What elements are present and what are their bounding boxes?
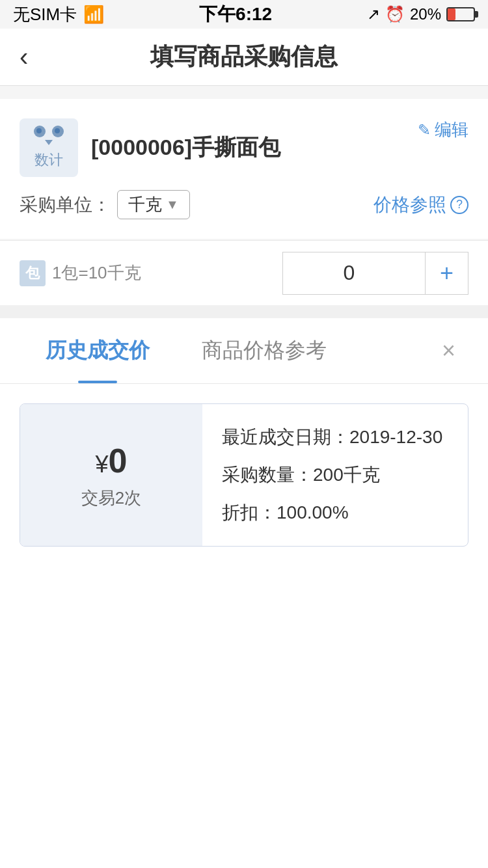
product-header: 数计 [0000006]手撕面包 ✎ 编辑 <box>20 118 468 177</box>
back-button[interactable]: ‹ <box>20 42 28 72</box>
carrier-text: 无SIM卡 <box>13 3 77 26</box>
nav-bar: ‹ 填写商品采购信息 <box>0 29 488 86</box>
price-card: ¥0 交易2次 最近成交日期：2019-12-30 采购数量：200千克 折扣：… <box>20 403 468 547</box>
wifi-icon: 📶 <box>83 5 104 25</box>
recent-date-label: 最近成交日期： <box>222 427 349 447</box>
tab-bar: 历史成交价 商品价格参考 × <box>0 318 488 384</box>
currency-symbol: ¥ <box>96 451 109 478</box>
recent-date-row: 最近成交日期：2019-12-30 <box>222 424 448 451</box>
product-thumbnail: 数计 <box>20 118 78 177</box>
product-info-left: 数计 [0000006]手撕面包 <box>20 118 280 177</box>
tab-price-ref-label: 商品价格参考 <box>202 338 327 362</box>
recent-date-value: 2019-12-30 <box>349 427 442 447</box>
unit-selector[interactable]: 千克 ▼ <box>117 190 190 219</box>
price-card-container: ¥0 交易2次 最近成交日期：2019-12-30 采购数量：200千克 折扣：… <box>0 384 488 566</box>
discount-label: 折扣： <box>222 502 277 522</box>
purchase-qty-value: 200千克 <box>313 465 380 485</box>
price-card-right: 最近成交日期：2019-12-30 采购数量：200千克 折扣：100.00% <box>202 404 468 546</box>
status-time: 下午6:12 <box>199 2 272 27</box>
info-icon: ? <box>450 196 468 214</box>
product-unit-row: 采购单位： 千克 ▼ 价格参照 ? <box>20 190 468 219</box>
tab-close-button[interactable]: × <box>429 324 468 377</box>
purchase-qty-row: 采购数量：200千克 <box>222 461 448 489</box>
price-value: 0 <box>109 442 128 480</box>
qty-unit-icon: 包 <box>20 260 46 286</box>
quantity-input-group: + <box>282 252 468 295</box>
product-card: 数计 [0000006]手撕面包 ✎ 编辑 采购单位： 千克 ▼ 价格参照 ? <box>0 99 488 239</box>
price-ref-button[interactable]: 价格参照 ? <box>373 193 468 217</box>
purchase-qty-label: 采购数量： <box>222 465 313 485</box>
discount-value: 100.00% <box>277 502 349 522</box>
status-bar: 无SIM卡 📶 下午6:12 ↗ ⏰ 20% <box>0 0 488 29</box>
unit-value: 千克 <box>128 193 162 216</box>
edit-icon: ✎ <box>418 121 431 139</box>
quantity-input[interactable] <box>282 252 426 295</box>
status-carrier: 无SIM卡 📶 <box>13 3 104 26</box>
location-icon: ↗ <box>367 5 380 23</box>
owl-eye-left <box>34 126 46 137</box>
quantity-label-group: 包 1包=10千克 <box>20 260 141 286</box>
alarm-icon: ⏰ <box>385 5 405 23</box>
trade-count: 交易2次 <box>81 487 141 509</box>
qty-conversion-text: 1包=10千克 <box>52 262 141 284</box>
discount-row: 折扣：100.00% <box>222 499 448 526</box>
price-amount: ¥0 <box>96 441 128 480</box>
product-name: [0000006]手撕面包 <box>91 133 280 163</box>
price-card-left: ¥0 交易2次 <box>20 404 202 546</box>
quantity-section: 包 1包=10千克 + <box>0 240 488 305</box>
page-title: 填写商品采购信息 <box>150 41 338 73</box>
unit-left: 采购单位： 千克 ▼ <box>20 190 190 219</box>
section-divider <box>0 305 488 318</box>
quantity-plus-button[interactable]: + <box>426 252 468 295</box>
bottom-space <box>0 566 488 868</box>
unit-label: 采购单位： <box>20 193 111 217</box>
tab-history-label: 历史成交价 <box>46 338 150 362</box>
thumbnail-label: 数计 <box>34 150 63 170</box>
status-indicators: ↗ ⏰ 20% <box>367 5 475 23</box>
battery-icon <box>446 7 475 21</box>
unit-dropdown-arrow: ▼ <box>166 197 179 212</box>
owl-eye-right <box>52 126 64 137</box>
owl-beak <box>45 140 53 145</box>
edit-label: 编辑 <box>435 118 468 141</box>
battery-percent: 20% <box>410 5 441 23</box>
price-ref-label: 价格参照 <box>373 193 446 217</box>
tab-price-ref[interactable]: 商品价格参考 <box>176 318 353 383</box>
tab-history-price[interactable]: 历史成交价 <box>20 318 176 383</box>
owl-eyes <box>34 126 64 137</box>
edit-button[interactable]: ✎ 编辑 <box>418 118 468 141</box>
